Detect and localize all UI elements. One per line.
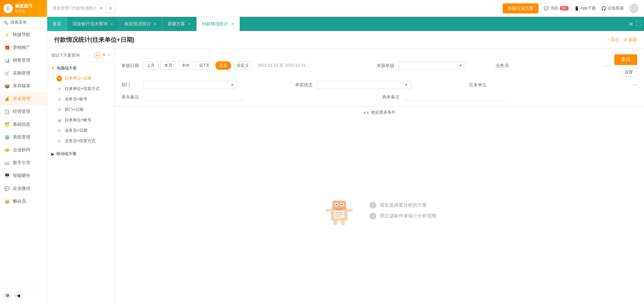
date-btn-this-month[interactable]: 本月	[160, 61, 176, 70]
trial-button[interactable]: 体验行业方案	[503, 3, 538, 13]
partner-more-button[interactable]: ···	[633, 82, 637, 88]
scheme-add-button[interactable]: +	[94, 52, 100, 58]
sidebar-item-label: 库存核算	[13, 83, 30, 89]
sidebar-item-marketing[interactable]: 🎁 营销推广	[0, 41, 47, 54]
sidebar-item-guide[interactable]: 📖 新手引导	[0, 156, 47, 169]
search-menu[interactable]: 🔍 搜索菜单	[0, 17, 47, 28]
tab-new-scheme-close[interactable]: ✕	[188, 22, 191, 26]
date-btn-more[interactable]: 更多	[215, 61, 231, 70]
scheme-item-dept-date[interactable]: ⊞ 部门+日期	[47, 104, 114, 115]
sidebar-item-label: 畅会员	[13, 198, 26, 204]
page-header: 付款情况统计(往来单位+日期) ↑ 导出 ↺ 刷新	[47, 31, 644, 49]
scheme-active-icon: ●	[57, 76, 62, 81]
sidebar-item-finance[interactable]: 💰 资金管理	[0, 92, 47, 105]
message-button[interactable]: 💬 消息 99+	[544, 5, 569, 11]
scheme-table-icon: ⊞	[57, 139, 62, 144]
export-icon: ↑	[607, 37, 610, 42]
sidebar-item-corp[interactable]: 🤝 企业协同	[0, 144, 47, 156]
query-button[interactable]: 查询	[614, 54, 637, 65]
scheme-item-partner-settle[interactable]: ⊞ 往来单位+结算方式	[47, 84, 114, 94]
tab-cashflow-label: 现金银行流水查询	[72, 21, 108, 27]
sidebar-item-basic[interactable]: 🗂️ 基础信息	[0, 118, 47, 131]
sidebar-item-sales[interactable]: 📊 销售管理	[0, 54, 47, 67]
corp-icon: 🤝	[4, 147, 10, 153]
staff-more-button[interactable]: ···	[605, 63, 609, 69]
collapse-up-icon: ∧∧	[363, 110, 369, 115]
date-btn-7days[interactable]: 近7天	[196, 61, 213, 70]
settings-button[interactable]: ⚙	[3, 292, 11, 300]
tab-new-scheme[interactable]: 新建方案 ✕	[162, 17, 197, 31]
tab-receipt-label: 收款情况统计	[124, 21, 151, 27]
source-label: 来源单据	[377, 63, 396, 69]
marketing-icon: 🎁	[4, 44, 10, 51]
scheme-group-desktop-header[interactable]: ▼ 电脑端方案	[47, 63, 114, 73]
scheme-label: 业务员+日期	[65, 128, 87, 133]
collapse-sidebar-button[interactable]: ◀	[14, 292, 22, 300]
scheme-group-mobile-header[interactable]: ▶ 移动端方案	[47, 149, 114, 159]
date-btn-custom[interactable]: 自定义	[233, 61, 253, 70]
collapse-filter-button[interactable]: ∧∧ 收起更多条件	[115, 107, 644, 118]
sidebar-item-vip[interactable]: 👑 畅会员	[0, 195, 47, 208]
mobile-icon: 📱	[574, 6, 579, 11]
status-select[interactable]: ▼	[317, 81, 411, 89]
tab-receipt-close[interactable]: ✕	[153, 22, 156, 26]
tab-receipt[interactable]: 收款情况统计 ✕	[119, 17, 162, 31]
message-label: 消息	[550, 5, 558, 11]
header-remark-input[interactable]	[143, 93, 244, 101]
sidebar-item-inventory[interactable]: 📦 库存核算	[0, 80, 47, 92]
svg-rect-1	[332, 201, 346, 210]
tab-home[interactable]: 首页	[47, 17, 67, 31]
scheme-item-staff-account[interactable]: ⊞ 业务员+账号	[47, 94, 114, 104]
export-button[interactable]: ↑ 导出	[607, 37, 620, 43]
sidebar-item-hardware[interactable]: 🖥️ 智能硬件	[0, 169, 47, 182]
scheme-item-partner-account[interactable]: 📊 往来单位+账号	[47, 115, 114, 125]
refresh-button[interactable]: ↺ 刷新	[623, 37, 637, 43]
scheme-item-staff-settle[interactable]: ⊞ 业务员+结算方式	[47, 136, 114, 146]
scheme-chart-icon: 📊	[57, 118, 62, 123]
sidebar-item-label: 采购管理	[13, 70, 30, 76]
body-remark-input[interactable]	[404, 93, 505, 101]
sidebar-item-label: 经营管理	[13, 109, 30, 115]
source-select[interactable]: ▼	[398, 62, 466, 70]
sidebar-item-label: 系统管理	[13, 134, 30, 140]
staff-label: 业务员	[496, 63, 515, 69]
sidebar-item-system[interactable]: ⚙️ 系统管理	[0, 131, 47, 144]
date-btn-this-year[interactable]: 本年	[178, 61, 194, 70]
system-icon: ⚙️	[4, 134, 10, 140]
empty-tip-2: 2 用过滤条件来缩小分析范围	[370, 213, 436, 219]
tab-payment[interactable]: 付款情况统计 ✕	[197, 17, 240, 31]
service-button[interactable]: 🎧 在线客服	[601, 5, 624, 11]
scheme-label: 往来单位+日期	[65, 75, 91, 81]
dept-select[interactable]: ▼	[143, 81, 237, 89]
sidebar-item-label: 销售管理	[13, 57, 30, 63]
filter-row-3: 表头备注 表体备注	[121, 93, 637, 101]
sidebar-item-label: 新手引导	[13, 160, 30, 166]
status-chevron-icon: ▼	[404, 83, 408, 87]
tab-cashflow-close[interactable]: ✕	[110, 22, 113, 26]
filter-date-col: 单据日期 上月 本月 本年 近7天 更多 自定义	[121, 61, 253, 70]
scheme-table-icon: ⊞	[57, 107, 62, 113]
sidebar-item-wechat[interactable]: 💬 企业微信	[0, 182, 47, 195]
user-avatar[interactable]	[629, 4, 639, 13]
app-download-button[interactable]: 📱 App下载	[574, 5, 596, 11]
tab-cashflow[interactable]: 现金银行流水查询 ✕	[67, 17, 119, 31]
setting-button[interactable]: 设置	[620, 68, 637, 77]
query-actions: 查询 设置	[614, 54, 637, 77]
tab-close-all[interactable]: ✕	[629, 21, 633, 27]
tab-payment-close[interactable]: ✕	[231, 22, 234, 26]
mobile-group-arrow: ▶	[51, 152, 54, 156]
sidebar-item-shortcut[interactable]: ⚡ 快捷导航	[0, 28, 47, 41]
guide-icon: 📖	[4, 160, 10, 166]
scheme-item-partner-date[interactable]: ● 往来单位+日期	[47, 73, 114, 84]
export-label: 导出	[611, 37, 619, 43]
sidebar-item-label: 快捷导航	[13, 32, 30, 38]
tab-expand[interactable]: ⛶	[636, 21, 641, 27]
scheme-item-staff-date[interactable]: ⊞ 业务员+日期	[47, 125, 114, 136]
scheme-collapse-button[interactable]: «	[108, 52, 110, 58]
sidebar-item-operation[interactable]: 📋 经营管理	[0, 105, 47, 118]
settings-icon[interactable]: ⚙	[106, 4, 115, 13]
sidebar-item-label: 营销推广	[13, 44, 30, 51]
date-btn-last-month[interactable]: 上月	[143, 61, 158, 70]
sidebar-item-purchase[interactable]: 🛒 采购管理	[0, 67, 47, 80]
scheme-settings-button[interactable]: ⚙	[102, 52, 106, 58]
